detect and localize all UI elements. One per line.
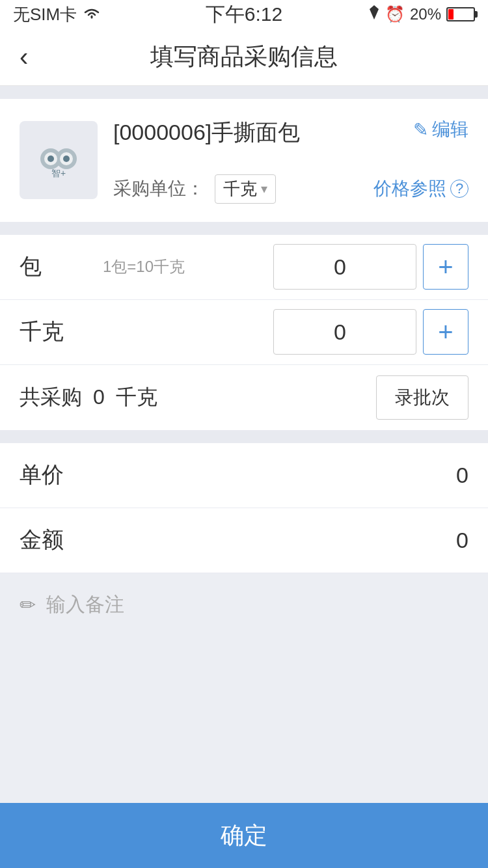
unit-value: 千克 [223,178,257,200]
batch-button[interactable]: 录批次 [376,375,468,420]
product-info: [0000006]手撕面包 ✎ 编辑 采购单位： 千克 ▾ 价格参照 ? [113,117,468,204]
back-button[interactable]: ‹ [13,36,34,78]
section-divider-bottom [0,430,488,443]
status-left: 无SIM卡 [13,3,102,26]
edit-icon: ✎ [413,119,428,141]
confirm-button[interactable]: 确定 [0,803,488,868]
summary-row: 共采购 0 千克 录批次 [0,365,488,430]
status-time: 下午6:12 [206,1,282,28]
battery-icon [446,7,475,21]
price-ref-label: 价格参照 [373,176,446,201]
bag-input[interactable] [273,244,416,290]
summary-value: 0 [93,385,105,409]
product-card: 智+ [0000006]手撕面包 ✎ 编辑 采购单位： 千克 ▾ 价格参照 ? [0,99,488,222]
bag-sublabel: 1包=10千克 [103,256,185,277]
battery-percent: 20% [410,5,441,23]
kg-label: 千克 [20,317,98,347]
pencil-icon: ✏ [20,593,36,616]
remark-section[interactable]: ✏ 输入备注 [0,573,488,636]
product-image: 智+ [20,121,98,199]
edit-button[interactable]: ✎ 编辑 [413,117,468,142]
page-title: 填写商品采购信息 [150,41,338,73]
section-divider-top [0,86,488,99]
unit-price-label: 单价 [20,460,85,490]
status-bar: 无SIM卡 下午6:12 ⏰ 20% [0,0,488,29]
svg-point-4 [47,156,54,162]
kg-plus-button[interactable]: + [423,309,468,355]
summary-unit: 千克 [116,385,157,409]
unit-price-value: 0 [456,463,468,488]
kg-input[interactable] [273,309,416,355]
amount-row: 金额 0 [0,508,488,573]
svg-point-5 [63,156,70,162]
amount-label: 金额 [20,525,85,555]
kg-input-row: 千克 + [0,300,488,365]
wifi-icon [82,5,102,25]
nav-bar: ‹ 填写商品采购信息 [0,29,488,86]
product-name: [0000006]手撕面包 [113,117,300,148]
help-icon: ? [450,180,468,198]
dropdown-arrow-icon: ▾ [261,181,267,197]
carrier-text: 无SIM卡 [13,3,77,26]
amount-value: 0 [456,528,468,553]
unit-price-row: 单价 0 [0,443,488,508]
summary-label: 共采购 [20,385,82,409]
summary-text: 共采购 0 千克 [20,383,376,412]
unit-label: 采购单位： [113,176,204,201]
unit-select[interactable]: 千克 ▾ [215,174,276,204]
remark-placeholder: 输入备注 [46,591,124,618]
alarm-icon: ⏰ [385,5,405,23]
svg-text:智+: 智+ [51,168,66,178]
location-icon [368,5,380,23]
bag-label: 包 [20,252,98,282]
edit-label: 编辑 [432,117,468,142]
bag-plus-button[interactable]: + [423,244,468,290]
price-reference-button[interactable]: 价格参照 ? [373,176,468,201]
status-right: ⏰ 20% [368,5,475,23]
quantity-section: 包 1包=10千克 + 千克 + [0,235,488,365]
bag-input-row: 包 1包=10千克 + [0,235,488,300]
price-info-section: 单价 0 金额 0 [0,443,488,573]
section-divider-mid [0,222,488,235]
